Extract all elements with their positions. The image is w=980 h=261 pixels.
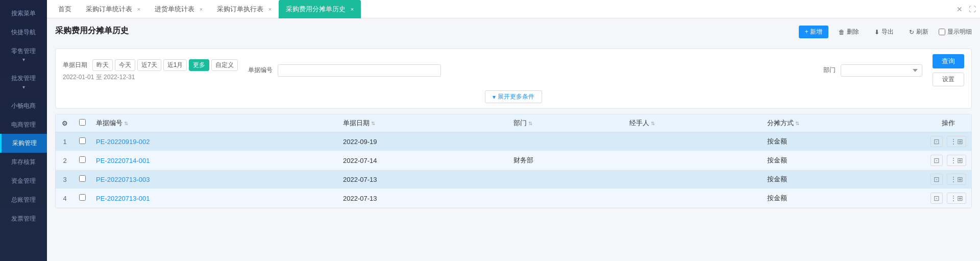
- row-order-no: PE-20220713-003: [91, 170, 338, 189]
- col-order-no[interactable]: 单据编号 ⇅: [91, 114, 338, 132]
- add-button[interactable]: + 新增: [799, 26, 828, 38]
- sidebar-item-finance[interactable]: 资金管理: [0, 172, 47, 191]
- row-split-method: 按金额: [762, 151, 925, 170]
- tab-close-purchase-order-stats[interactable]: ×: [137, 6, 140, 12]
- export-button[interactable]: ⬇ 导出: [869, 26, 899, 38]
- date-btn-more[interactable]: 更多: [189, 59, 209, 71]
- order-no-filter: 单据编号: [248, 64, 813, 77]
- delete-icon: 🗑: [839, 29, 845, 36]
- row-checkbox-cell[interactable]: [74, 132, 91, 151]
- filter-row-1: 单据日期 昨天 今天 近7天 近1月 更多 自定义 2022-01-01 至 2…: [63, 54, 964, 86]
- sidebar-item-inventory[interactable]: 库存核算: [0, 153, 47, 172]
- row-checkbox-cell[interactable]: [74, 151, 91, 170]
- row-split-method: 按金额: [762, 132, 925, 151]
- row-date: 2022-07-14: [338, 151, 508, 170]
- row-date: 2022-07-13: [338, 170, 508, 189]
- more-icon[interactable]: ⋮⊞: [947, 174, 966, 185]
- order-no-link[interactable]: PE-20220919-002: [96, 138, 150, 146]
- tab-close-purchase-order-exec[interactable]: ×: [268, 6, 272, 12]
- tab-purchase-order-exec[interactable]: 采购订单执行表 ×: [210, 0, 279, 18]
- dept-select[interactable]: 财务部: [841, 64, 922, 77]
- order-no-label: 单据编号: [248, 66, 273, 75]
- expand-window-icon[interactable]: ⛶: [969, 5, 976, 13]
- sidebar-item-miniapp[interactable]: 小畅电商: [0, 97, 47, 115]
- row-order-no: PE-20220919-002: [91, 132, 338, 151]
- row-split-method: 按金额: [762, 189, 925, 208]
- more-icon[interactable]: ⋮⊞: [947, 136, 966, 147]
- refresh-button[interactable]: ↻ 刷新: [904, 26, 934, 38]
- date-btn-custom[interactable]: 自定义: [211, 59, 238, 71]
- order-no-link[interactable]: PE-20220713-001: [96, 195, 150, 202]
- row-date: 2022-07-13: [338, 189, 508, 208]
- tab-bar-controls: ✕ ⛶: [957, 5, 976, 13]
- sidebar-item-shortcut[interactable]: 快捷导航: [0, 23, 47, 42]
- table-row: 2 PE-20220714-001 2022-07-14 财务部 按金额 ⊡ ⋮…: [56, 151, 971, 170]
- sidebar-item-purchase[interactable]: 采购管理: [0, 134, 47, 153]
- col-gear[interactable]: ⚙: [56, 114, 74, 132]
- date-quick-buttons: 昨天 今天 近7天 近1月 更多 自定义: [92, 59, 238, 71]
- tab-purchase-order-stats[interactable]: 采购订单统计表 ×: [79, 0, 148, 18]
- settings-button[interactable]: 设置: [933, 73, 964, 86]
- row-dept: [508, 170, 624, 189]
- edit-icon[interactable]: ⊡: [930, 193, 943, 204]
- expand-more-row: ▾ 展开更多条件: [63, 90, 964, 103]
- col-date[interactable]: 单据日期 ⇅: [338, 114, 508, 132]
- row-actions: ⊡ ⋮⊞: [925, 151, 971, 170]
- show-cols-checkbox-label[interactable]: 显示明细: [939, 28, 972, 36]
- sort-icon-handler: ⇅: [651, 121, 655, 126]
- expand-more-button[interactable]: ▾ 展开更多条件: [485, 90, 542, 103]
- order-no-input[interactable]: [278, 64, 441, 77]
- edit-icon[interactable]: ⊡: [930, 136, 943, 147]
- row-checkbox[interactable]: [79, 156, 86, 163]
- row-actions: ⊡ ⋮⊞: [925, 170, 971, 189]
- row-checkbox-cell[interactable]: [74, 189, 91, 208]
- sidebar-item-ecommerce[interactable]: 电商管理: [0, 115, 47, 134]
- row-checkbox[interactable]: [79, 175, 86, 182]
- sidebar-item-retail[interactable]: 零售管理 ▾: [0, 42, 47, 69]
- order-no-link[interactable]: PE-20220714-001: [96, 157, 150, 164]
- row-handler: [624, 151, 762, 170]
- date-btn-1month[interactable]: 近1月: [163, 59, 187, 71]
- delete-button[interactable]: 🗑 删除: [834, 26, 864, 38]
- date-btn-7days[interactable]: 近7天: [137, 59, 161, 71]
- col-handler[interactable]: 经手人 ⇅: [624, 114, 762, 132]
- tab-purchase-cost-history[interactable]: 采购费用分摊单历史 ×: [279, 0, 361, 18]
- show-cols-checkbox[interactable]: [939, 29, 945, 35]
- date-btn-today[interactable]: 今天: [115, 59, 135, 71]
- query-button[interactable]: 查询: [933, 54, 964, 68]
- col-dept[interactable]: 部门 ⇅: [508, 114, 624, 132]
- col-split-method[interactable]: 分摊方式 ⇅: [762, 114, 925, 132]
- row-checkbox[interactable]: [79, 194, 86, 201]
- select-all-checkbox[interactable]: [79, 119, 86, 126]
- more-icon[interactable]: ⋮⊞: [947, 193, 966, 204]
- sidebar-item-wholesale[interactable]: 批发管理 ▾: [0, 69, 47, 97]
- date-range-display: 2022-01-01 至 2022-12-31: [63, 73, 238, 82]
- page-title: 采购费用分摊单历史: [55, 26, 129, 36]
- main-content: 采购费用分摊单历史 + 新增 🗑 删除 ⬇ 导出 ↻ 刷新 显示明细: [47, 18, 980, 261]
- row-handler: [624, 132, 762, 151]
- toolbar: + 新增 🗑 删除 ⬇ 导出 ↻ 刷新 显示明细: [799, 26, 972, 38]
- tab-close-purchase-goods-stats[interactable]: ×: [200, 6, 203, 12]
- dept-label: 部门: [823, 66, 836, 75]
- row-checkbox-cell[interactable]: [74, 170, 91, 189]
- edit-icon[interactable]: ⊡: [930, 174, 943, 185]
- row-dept: [508, 132, 624, 151]
- row-checkbox[interactable]: [79, 137, 86, 144]
- tab-home[interactable]: 首页: [51, 0, 79, 18]
- tab-close-purchase-cost-history[interactable]: ×: [351, 6, 354, 12]
- refresh-icon: ↻: [909, 29, 914, 36]
- sort-icon-order-no: ⇅: [124, 121, 128, 126]
- edit-icon[interactable]: ⊡: [930, 155, 943, 166]
- more-icon[interactable]: ⋮⊞: [947, 155, 966, 166]
- row-handler: [624, 189, 762, 208]
- row-dept: 财务部: [508, 151, 624, 170]
- order-no-link[interactable]: PE-20220713-003: [96, 176, 150, 183]
- row-order-no: PE-20220714-001: [91, 151, 338, 170]
- col-actions: 操作: [925, 114, 971, 132]
- tab-purchase-goods-stats[interactable]: 进货单统计表 ×: [148, 0, 210, 18]
- sidebar-item-invoice[interactable]: 发票管理: [0, 209, 47, 228]
- sidebar-item-accounting[interactable]: 总账管理: [0, 191, 47, 209]
- sidebar-item-search[interactable]: 搜索菜单: [0, 4, 47, 23]
- close-window-icon[interactable]: ✕: [957, 5, 963, 13]
- date-btn-yesterday[interactable]: 昨天: [92, 59, 113, 71]
